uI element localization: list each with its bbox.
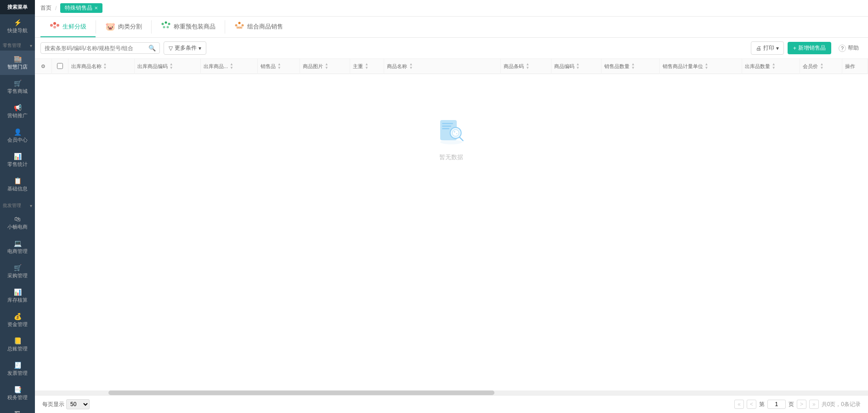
table-body: 暂无数据 bbox=[35, 74, 868, 199]
last-page-button[interactable]: » bbox=[809, 400, 819, 409]
sort-arrows-barcode[interactable]: ▲▼ bbox=[526, 63, 529, 70]
th-checkbox[interactable] bbox=[51, 59, 68, 74]
prev-page-button[interactable]: < bbox=[747, 400, 756, 409]
scroll-thumb[interactable] bbox=[108, 390, 494, 395]
combo-sale-icon bbox=[234, 21, 244, 32]
sort-arrows-outlet-name[interactable]: ▲▼ bbox=[103, 63, 107, 70]
sidebar-item-quick-nav[interactable]: ⚡ 快捷导航 bbox=[0, 14, 35, 39]
sort-arrows-weight[interactable]: ▲▼ bbox=[365, 63, 369, 70]
svg-point-0 bbox=[50, 24, 53, 27]
footer: 每页显示 50 100 200 « < 第 页 > » 共0页，0条记录 bbox=[35, 395, 868, 413]
sidebar: 搜索菜单 ⚡ 快捷导航 零售管理 ▾ 🏬 智慧门店 🛒 零售商城 📢 营销推广 … bbox=[0, 0, 35, 413]
next-page-button[interactable]: > bbox=[797, 400, 806, 409]
svg-rect-17 bbox=[442, 123, 453, 124]
svg-point-6 bbox=[168, 23, 170, 25]
scale-prepack-icon bbox=[161, 21, 171, 32]
sidebar-item-purchase-mgmt[interactable]: 🛒 采购管理 bbox=[0, 259, 35, 284]
retail-stats-icon: 📊 bbox=[14, 153, 22, 160]
purchase-mgmt-icon: 🛒 bbox=[14, 264, 22, 271]
th-sale-unit: 销售商品计量单位 ▲▼ bbox=[659, 59, 742, 74]
sort-arrows-product-image[interactable]: ▲▼ bbox=[325, 63, 329, 70]
sort-arrows-sale-qty[interactable]: ▲▼ bbox=[631, 63, 635, 70]
page-unit: 页 bbox=[789, 401, 794, 408]
tab-meat-split-label: 肉类分割 bbox=[118, 23, 142, 31]
filter-chevron-icon: ▾ bbox=[199, 45, 201, 52]
invoice-icon: 🧾 bbox=[14, 361, 22, 369]
close-tab-button[interactable]: ✕ bbox=[94, 6, 98, 11]
sidebar-item-basic-info-retail[interactable]: 📋 基础信息 bbox=[0, 172, 35, 197]
sidebar-item-retail-mall[interactable]: 🛒 零售商城 bbox=[0, 75, 35, 99]
sales-promo-icon: 📢 bbox=[14, 104, 22, 111]
th-product-image: 商品图片 ▲▼ bbox=[300, 59, 350, 74]
th-sale-product-label: 销售品 bbox=[261, 63, 276, 70]
search-icon[interactable]: 🔍 bbox=[148, 45, 156, 52]
page-number-input[interactable] bbox=[767, 400, 786, 409]
sidebar-item-smart-store[interactable]: 🏬 智慧门店 bbox=[0, 51, 35, 75]
svg-point-14 bbox=[238, 27, 241, 29]
first-page-button[interactable]: « bbox=[734, 400, 744, 409]
th-barcode-label: 商品条码 bbox=[504, 63, 524, 70]
th-settings[interactable]: ⚙ bbox=[35, 59, 51, 74]
sidebar-item-fixed-assets[interactable]: 🏗 固定资产 bbox=[0, 406, 35, 413]
home-breadcrumb[interactable]: 首页 bbox=[40, 4, 51, 12]
sidebar-item-tax[interactable]: 📑 税务管理 bbox=[0, 381, 35, 406]
horizontal-scroll[interactable] bbox=[35, 390, 868, 395]
sidebar-item-label: 智慧门店 bbox=[7, 63, 28, 70]
sort-arrows-outlet-spec[interactable]: ▲▼ bbox=[230, 63, 233, 70]
toolbar-right: 🖨 打印 ▾ + 新增销售品 ? 帮助 bbox=[751, 41, 862, 55]
th-sale-qty: 销售品数量 ▲▼ bbox=[601, 59, 659, 74]
sidebar-item-retail-stats[interactable]: 📊 零售统计 bbox=[0, 148, 35, 172]
empty-state-illustration bbox=[433, 111, 470, 148]
sidebar-item-members[interactable]: 👤 会员中心 bbox=[0, 124, 35, 148]
meat-split-icon: 🐷 bbox=[105, 22, 115, 32]
sidebar-item-micro-store[interactable]: 🛍 小畅电商 bbox=[0, 211, 35, 235]
th-product-name: 商品名称 ▲▼ bbox=[384, 59, 501, 74]
sort-arrows-product-name[interactable]: ▲▼ bbox=[409, 63, 413, 70]
per-page-select[interactable]: 50 100 200 bbox=[66, 399, 90, 409]
tab-fresh-grade-label: 生鲜分级 bbox=[62, 23, 86, 31]
sidebar-logo[interactable]: 搜索菜单 bbox=[0, 0, 35, 14]
tab-strip: 生鲜分级 🐷 肉类分割 称重预包装商品 bbox=[35, 17, 868, 38]
help-button[interactable]: ? 帮助 bbox=[835, 42, 862, 54]
new-label: 新增销售品 bbox=[798, 44, 826, 52]
select-all-checkbox[interactable] bbox=[57, 63, 63, 69]
sort-arrows-outlet-code[interactable]: ▲▼ bbox=[170, 63, 173, 70]
chevron-down-icon: ▾ bbox=[30, 43, 32, 48]
main-content: 首页 / 特殊销售品 ✕ 生鲜分级 🐷 肉类分割 bbox=[35, 0, 868, 413]
svg-point-3 bbox=[53, 26, 56, 29]
sort-arrows-member-price[interactable]: ▲▼ bbox=[820, 63, 823, 70]
th-product-name-label: 商品名称 bbox=[387, 63, 407, 70]
print-icon: 🖨 bbox=[756, 45, 761, 52]
print-button[interactable]: 🖨 打印 ▾ bbox=[751, 41, 784, 55]
sidebar-item-inventory[interactable]: 📊 库存核算 bbox=[0, 284, 35, 308]
sort-arrows-outlet-qty[interactable]: ▲▼ bbox=[772, 63, 776, 70]
tab-combo-sale[interactable]: 组合商品销售 bbox=[225, 17, 292, 37]
sort-arrows-sale-product[interactable]: ▲▼ bbox=[278, 63, 281, 70]
sidebar-item-invoice[interactable]: 🧾 发票管理 bbox=[0, 357, 35, 381]
tab-scale-prepack[interactable]: 称重预包装商品 bbox=[152, 17, 225, 37]
finance-icon: 💰 bbox=[14, 313, 22, 320]
th-outlet-qty: 出库品数量 ▲▼ bbox=[742, 59, 800, 74]
sort-arrows-sale-unit[interactable]: ▲▼ bbox=[705, 63, 709, 70]
retail-mgmt-label: 零售管理 bbox=[3, 42, 21, 49]
sidebar-item-ecom-mgmt[interactable]: 💻 电商管理 bbox=[0, 235, 35, 259]
quick-nav-icon: ⚡ bbox=[14, 19, 22, 26]
print-label: 打印 bbox=[763, 44, 774, 52]
search-input[interactable] bbox=[45, 45, 147, 52]
tab-meat-split[interactable]: 🐷 肉类分割 bbox=[96, 17, 151, 37]
tab-fresh-grade[interactable]: 生鲜分级 bbox=[40, 17, 96, 37]
sidebar-item-general-ledger[interactable]: 📒 总账管理 bbox=[0, 333, 35, 357]
sidebar-item-label: 快捷导航 bbox=[7, 27, 28, 34]
search-box: 🔍 bbox=[40, 42, 160, 54]
toolbar: 🔍 ▽ 更多条件 ▾ 🖨 打印 ▾ + 新增销售品 ? 帮助 bbox=[35, 38, 868, 59]
ecom-mgmt-icon: 💻 bbox=[14, 240, 22, 247]
sidebar-item-sales-promo[interactable]: 📢 营销推广 bbox=[0, 99, 35, 124]
sidebar-batch-mgmt-header[interactable]: 批发管理 ▾ bbox=[0, 199, 35, 211]
filter-button[interactable]: ▽ 更多条件 ▾ bbox=[164, 41, 206, 55]
sidebar-item-finance[interactable]: 💰 资金管理 bbox=[0, 308, 35, 333]
retail-mall-icon: 🛒 bbox=[14, 80, 22, 87]
new-sale-item-button[interactable]: + 新增销售品 bbox=[788, 42, 831, 54]
sidebar-retail-mgmt-header[interactable]: 零售管理 ▾ bbox=[0, 39, 35, 51]
sort-arrows-product-code[interactable]: ▲▼ bbox=[576, 63, 580, 70]
settings-icon[interactable]: ⚙ bbox=[41, 63, 45, 69]
